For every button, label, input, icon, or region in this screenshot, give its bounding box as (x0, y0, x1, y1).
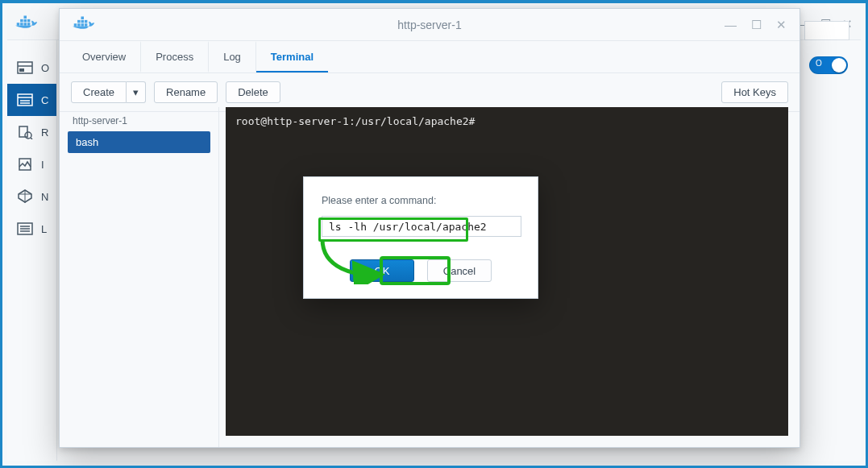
bg-side-label: L (41, 223, 47, 235)
svg-rect-10 (19, 68, 24, 72)
modal-title: http-server-1 (60, 19, 799, 31)
modal-tabs: Overview Process Log Terminal (60, 41, 799, 73)
bg-side-label: C (41, 94, 48, 106)
toggle-label: O (816, 59, 824, 68)
svg-rect-23 (81, 23, 85, 27)
svg-rect-27 (85, 19, 88, 23)
svg-rect-26 (81, 19, 85, 23)
registry-icon (17, 126, 33, 139)
svg-rect-11 (18, 94, 32, 106)
bg-toggle-row: O (809, 56, 848, 74)
bg-side-overview[interactable]: O (7, 52, 56, 84)
modal-titlebar[interactable]: http-server-1 — ☐ ✕ (60, 9, 799, 41)
bg-side-label: O (41, 62, 49, 74)
svg-rect-4 (20, 19, 23, 22)
dialog-prompt: Please enter a command: (322, 195, 520, 206)
svg-line-16 (31, 138, 32, 139)
modal-close-icon[interactable]: ✕ (776, 18, 787, 32)
svg-rect-3 (27, 23, 31, 26)
docker-logo-icon (73, 16, 95, 34)
ok-button[interactable]: OK (350, 259, 414, 282)
bg-side-image[interactable]: I (7, 148, 56, 180)
delete-button[interactable]: Delete (226, 81, 280, 103)
modal-max-icon[interactable]: ☐ (751, 18, 762, 32)
tab-terminal[interactable]: Terminal (256, 41, 328, 72)
cancel-button[interactable]: Cancel (427, 259, 492, 282)
log-icon (17, 222, 33, 235)
svg-rect-1 (20, 23, 23, 26)
svg-rect-6 (27, 19, 31, 22)
tab-process[interactable]: Process (141, 41, 209, 72)
session-item-bash[interactable]: bash (68, 131, 210, 153)
bg-search-stub[interactable] (804, 21, 849, 40)
network-icon (17, 190, 33, 203)
terminal-prompt: root@http-server-1:/usr/local/apache2# (235, 115, 475, 127)
image-icon (17, 158, 33, 171)
modal-min-icon[interactable]: — (725, 18, 737, 32)
bg-side-label: I (41, 159, 44, 171)
terminal-toolbar: Create ▾ Rename Delete Hot Keys (60, 73, 799, 112)
svg-rect-7 (24, 15, 27, 19)
create-button-group: Create ▾ (71, 81, 146, 103)
tab-log[interactable]: Log (209, 41, 256, 72)
chevron-down-icon: ▾ (133, 86, 139, 98)
svg-rect-28 (81, 16, 85, 19)
card-icon (17, 61, 33, 74)
containers-icon (17, 93, 33, 106)
svg-rect-24 (85, 23, 88, 27)
session-pane-title: http-server-1 (68, 112, 210, 131)
command-dialog: Please enter a command: OK Cancel (303, 176, 538, 299)
hotkeys-button[interactable]: Hot Keys (721, 81, 788, 103)
svg-rect-5 (24, 19, 27, 22)
svg-rect-2 (24, 23, 27, 26)
bg-side-label: R (41, 126, 48, 139)
terminal-session-pane: http-server-1 bash (60, 107, 219, 447)
create-dropdown[interactable]: ▾ (127, 81, 146, 103)
bg-side-label: N (41, 191, 48, 203)
bg-side-log[interactable]: L (7, 213, 56, 245)
svg-rect-0 (17, 23, 20, 26)
tab-overview[interactable]: Overview (68, 41, 141, 72)
container-window: http-server-1 — ☐ ✕ Overview Process Log… (59, 8, 800, 448)
svg-rect-22 (77, 23, 81, 27)
svg-point-15 (25, 132, 31, 139)
bg-sidebar: O C R I N L (7, 40, 57, 461)
bg-side-registry[interactable]: R (7, 116, 56, 148)
create-button[interactable]: Create (71, 81, 127, 103)
bg-side-network[interactable]: N (7, 180, 56, 213)
svg-rect-25 (77, 19, 81, 23)
docker-logo-icon (15, 15, 38, 33)
running-toggle[interactable]: O (809, 56, 848, 74)
svg-rect-21 (74, 23, 77, 27)
toggle-knob (832, 58, 846, 72)
rename-button[interactable]: Rename (154, 81, 218, 103)
command-input[interactable] (322, 216, 521, 237)
bg-side-containers[interactable]: C (7, 84, 56, 116)
